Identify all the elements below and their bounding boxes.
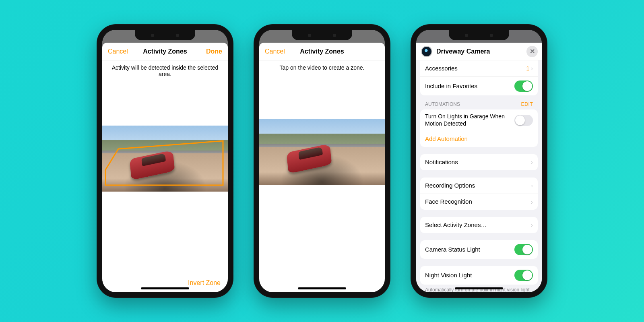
row-label: Notifications: [425, 159, 531, 166]
phone-notch: [135, 30, 195, 40]
phone-mockup-2: Cancel Activity Zones Tap on the video t…: [254, 24, 390, 298]
instruction-text: Tap on the video to create a zone.: [259, 60, 385, 71]
add-automation-link: Add Automation: [425, 135, 533, 143]
phone-notch: [292, 30, 352, 40]
row-recording-options[interactable]: Recording Options ›: [420, 178, 538, 194]
camera-icon: [421, 46, 432, 57]
group-general: Accessories 1 › Include in Favorites: [420, 60, 538, 95]
camera-settings-sheet: Driveway Camera ✕ Accessories 1 › Includ…: [416, 43, 542, 292]
automations-header: AUTOMATIONS EDIT: [416, 95, 542, 109]
favorites-toggle[interactable]: [514, 80, 533, 92]
row-label: Recording Options: [425, 182, 531, 190]
edit-automations-button[interactable]: EDIT: [521, 101, 533, 107]
row-label: Night Vision Light: [425, 272, 514, 279]
nav-bar: Cancel Activity Zones: [259, 43, 385, 60]
group-recording: Recording Options › Face Recognition ›: [420, 178, 538, 210]
activity-zones-sheet: Cancel Activity Zones Done Activity will…: [102, 43, 228, 292]
phone-screen: Driveway Camera ✕ Accessories 1 › Includ…: [416, 30, 542, 292]
row-label: Select Activity Zones…: [425, 221, 531, 229]
row-label: Camera Status Light: [425, 246, 514, 254]
phone-notch: [449, 30, 509, 40]
automation-1-toggle[interactable]: [514, 115, 533, 126]
nav-title: Activity Zones: [143, 48, 187, 55]
group-notifications: Notifications ›: [420, 154, 538, 170]
phone-mockup-3: Driveway Camera ✕ Accessories 1 › Includ…: [411, 24, 547, 298]
chevron-right-icon: ›: [531, 222, 533, 228]
settings-title: Driveway Camera: [436, 48, 522, 55]
phone-screen: Cancel Activity Zones Tap on the video t…: [259, 30, 385, 292]
settings-header: Driveway Camera ✕: [416, 43, 542, 60]
row-label: Turn On Lights in Garage When Motion Det…: [425, 113, 514, 127]
chevron-right-icon: ›: [531, 159, 533, 165]
vehicle-in-feed: [286, 144, 332, 174]
row-accessories[interactable]: Accessories 1 ›: [420, 60, 538, 76]
chevron-right-icon: ›: [531, 199, 533, 205]
video-preview[interactable]: [259, 119, 385, 185]
done-button[interactable]: Done: [202, 48, 222, 55]
row-night-vision-light: Night Vision Light: [420, 266, 538, 285]
invert-zone-button[interactable]: Invert Zone: [188, 279, 221, 287]
status-light-toggle[interactable]: [514, 244, 533, 255]
group-automations: Turn On Lights in Garage When Motion Det…: [420, 109, 538, 147]
chevron-right-icon: ›: [531, 65, 533, 72]
row-camera-status-light: Camera Status Light: [420, 240, 538, 259]
camera-feed: [259, 119, 385, 185]
row-favorites: Include in Favorites: [420, 76, 538, 95]
chevron-right-icon: ›: [531, 182, 533, 189]
activity-zones-sheet: Cancel Activity Zones Tap on the video t…: [259, 43, 385, 292]
row-notifications[interactable]: Notifications ›: [420, 154, 538, 170]
home-indicator[interactable]: [298, 287, 346, 289]
row-label: Face Recognition: [425, 198, 531, 206]
close-button[interactable]: ✕: [526, 46, 538, 57]
camera-feed: [102, 126, 228, 192]
group-status-light: Camera Status Light: [420, 240, 538, 259]
row-label: Accessories: [425, 65, 526, 72]
row-automation-1: Turn On Lights in Garage When Motion Det…: [420, 109, 538, 131]
nav-title: Activity Zones: [300, 48, 344, 55]
group-activity-zones: Select Activity Zones… ›: [420, 217, 538, 233]
row-face-recognition[interactable]: Face Recognition ›: [420, 194, 538, 210]
row-value: 1: [526, 65, 530, 72]
section-header-label: AUTOMATIONS: [425, 101, 460, 107]
phone-screen: Cancel Activity Zones Done Activity will…: [102, 30, 228, 292]
cancel-button[interactable]: Cancel: [265, 48, 285, 55]
home-indicator[interactable]: [455, 287, 503, 289]
phone-mockup-1: Cancel Activity Zones Done Activity will…: [97, 24, 233, 298]
home-indicator[interactable]: [141, 287, 189, 289]
row-add-automation[interactable]: Add Automation: [420, 131, 538, 147]
night-vision-toggle[interactable]: [514, 270, 533, 281]
group-night-vision: Night Vision Light: [420, 266, 538, 285]
video-preview[interactable]: [102, 126, 228, 192]
close-icon: ✕: [530, 47, 535, 55]
cancel-button[interactable]: Cancel: [108, 48, 128, 55]
row-select-activity-zones[interactable]: Select Activity Zones… ›: [420, 217, 538, 233]
settings-scroll[interactable]: Accessories 1 › Include in Favorites AUT…: [416, 60, 542, 292]
row-label: Include in Favorites: [425, 83, 514, 90]
nav-bar: Cancel Activity Zones Done: [102, 43, 228, 60]
vehicle-in-feed: [129, 150, 175, 180]
instruction-text: Activity will be detected inside the sel…: [102, 60, 228, 77]
